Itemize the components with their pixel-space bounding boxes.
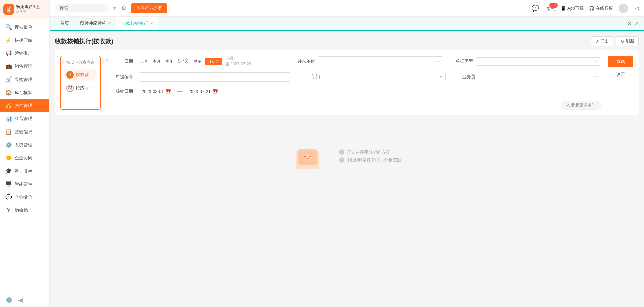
tab-prepay[interactable]: 预付冲应付单 ✕ xyxy=(74,17,116,31)
sidebar-item-operations[interactable]: 📊 经营管理 xyxy=(0,112,49,125)
collapse-sidebar-icon[interactable]: ◀ xyxy=(18,296,23,304)
empty-hint-1-text: 请先选择要分析的方案 xyxy=(346,148,390,156)
date-label: 日期 xyxy=(114,58,133,64)
sidebar-item-hardware[interactable]: 🖥️ 智能硬件 xyxy=(0,177,49,191)
industry-btn[interactable]: 体验行业方案 xyxy=(131,3,167,13)
guide-icon: 🎓 xyxy=(5,168,12,174)
sidebar-item-label: 基础信息 xyxy=(15,129,32,135)
refresh-button[interactable]: ↻ 刷新 xyxy=(616,36,639,46)
last-month-btn[interactable]: 上月 xyxy=(139,58,149,65)
sidebar-item-label: 智能硬件 xyxy=(15,181,32,187)
tab-prepay-label: 预付冲应付单 xyxy=(80,20,106,27)
query-button[interactable]: 查询 xyxy=(608,56,633,67)
sidebar-item-system[interactable]: ⚙️ 系统管理 xyxy=(0,138,49,151)
tab-home[interactable]: 首页 xyxy=(55,17,74,31)
filter-form: 日期 上月 本月 本年 近7天 更多 自定义 不限 至 2023-07-26 xyxy=(114,56,601,110)
sidebar-item-label: 销售管理 xyxy=(15,63,32,69)
writeoff-date-start[interactable]: 2023-03-01 📅 xyxy=(139,87,175,96)
bill-type-chevron-icon: ▾ xyxy=(595,59,597,64)
online-service-btn[interactable]: 🎧 在线客服 xyxy=(589,5,613,11)
sidebar-item-search[interactable]: 🔍 搜索菜单 xyxy=(0,20,49,34)
writeoff-date-end[interactable]: 2023-07-21 📅 xyxy=(185,87,221,96)
app-download-label: App下载 xyxy=(567,5,584,11)
logo-text: 畅捷通好生意 xyxy=(16,4,40,10)
tabbar: 首页 预付冲应付单 ✕ 收款核销执行 ✕ ✕ ⤢ xyxy=(50,17,644,31)
tab-prepay-close-icon[interactable]: ✕ xyxy=(108,21,111,26)
custom-date-btn[interactable]: 自定义 xyxy=(205,58,222,65)
app-download-btn[interactable]: 📱 App下载 xyxy=(560,5,584,11)
tab-collection-close-icon[interactable]: ✕ xyxy=(150,21,153,26)
logo-icon: 🐰 xyxy=(3,4,14,15)
tab-collection[interactable]: 收款核销执行 ✕ xyxy=(116,17,158,31)
writeoff-date-start-icon[interactable]: 📅 xyxy=(166,89,171,94)
collapse-filter-btn[interactable]: « xyxy=(105,57,110,63)
date-to-text: 至 2023-07-26 xyxy=(225,61,251,67)
writeoff-date-end-icon[interactable]: 📅 xyxy=(213,89,218,94)
message-icon: 💬 xyxy=(532,5,539,12)
hardware-icon: 🖥️ xyxy=(5,181,12,187)
sidebar-item-basic[interactable]: 📋 基础信息 xyxy=(0,125,49,138)
employee-label: 业务员 xyxy=(457,74,475,80)
sidebar-item-purchase[interactable]: 🛒 采购管理 xyxy=(0,73,49,86)
topbar: ▾ ⚙ 体验行业方案 💬 99+ 消息 📱 App下载 🎧 在线客服 Rit xyxy=(50,0,644,17)
collapse-conditions-btn[interactable]: ⋀ 收起更多条件 xyxy=(561,101,601,110)
this-month-btn[interactable]: 本月 xyxy=(151,58,162,65)
sidebar-item-vip[interactable]: V 畅会员 xyxy=(0,204,49,216)
sidebar-item-label: 快捷导航 xyxy=(15,37,32,43)
export-button[interactable]: ↗ 导出 xyxy=(591,36,613,46)
last-7-days-btn[interactable]: 近7天 xyxy=(177,58,190,65)
filter-option-collection-label: 按收款 xyxy=(76,72,89,78)
filter-panel: 按以下方案查询 💵 按收款 ⏰ 按应收 « 日期 xyxy=(60,56,633,110)
topbar-search-input[interactable] xyxy=(55,4,109,12)
filter-option-by-receivable[interactable]: ⏰ 按应收 xyxy=(64,82,97,94)
partner-select[interactable]: ··· xyxy=(318,56,443,66)
empty-hint-2: 2 用[过滤]条件来缩小分析范围 xyxy=(339,156,401,164)
system-icon: ⚙️ xyxy=(5,142,12,148)
sidebar-nav: 🔍 搜索菜单 ⚡ 快捷导航 📢 营销推广 💼 销售管理 🛒 采购管理 🏠 库存核… xyxy=(0,19,49,293)
dept-select[interactable]: ▾ xyxy=(323,73,446,81)
topbar-right: 💬 99+ 消息 📱 App下载 🎧 在线客服 Rit xyxy=(532,4,639,13)
bill-type-select[interactable]: ▾ xyxy=(476,57,601,66)
settings-icon[interactable]: ⚙️ xyxy=(5,296,13,304)
bill-type-label: 单据类型 xyxy=(454,58,473,64)
more-date-btn[interactable]: 更多 xyxy=(192,58,203,65)
employee-select[interactable]: ··· xyxy=(478,72,601,82)
partner-ellipsis-icon[interactable]: ··· xyxy=(435,58,439,64)
app-download-icon: 📱 xyxy=(560,6,566,11)
sidebar-item-sales[interactable]: 💼 销售管理 xyxy=(0,60,49,73)
collection-icon: 💵 xyxy=(66,71,74,79)
sidebar-item-label: 企业微信 xyxy=(15,194,32,200)
settings-button[interactable]: 设置 xyxy=(608,70,633,80)
sidebar-item-guide[interactable]: 🎓 新手引导 xyxy=(0,164,49,177)
topbar-gear-icon[interactable]: ⚙ xyxy=(121,5,126,11)
bill-no-input[interactable] xyxy=(139,72,290,82)
inventory-icon: 🏠 xyxy=(5,89,12,96)
empty-hint-2-text: 用[过滤]条件来缩小分析范围 xyxy=(346,156,401,164)
writeoff-date-group: 2023-03-01 📅 — 2023-07-21 📅 xyxy=(139,87,221,96)
filter-row-2: 单据编号 部门 ▾ 业务员 xyxy=(114,72,601,82)
expand-tab-icon[interactable]: ⤢ xyxy=(634,20,639,27)
this-year-btn[interactable]: 本年 xyxy=(164,58,175,65)
avatar[interactable] xyxy=(619,4,628,13)
sidebar-item-cooperation[interactable]: 🤝 企业协同 xyxy=(0,151,49,164)
filter-option-by-collection[interactable]: 💵 按收款 xyxy=(64,69,97,81)
sidebar-item-inventory[interactable]: 🏠 库存核算 xyxy=(0,86,49,99)
close-tab-icon[interactable]: ✕ xyxy=(627,20,632,27)
empty-hint-text: 1 请先选择要分析的方案 2 用[过滤]条件来缩小分析范围 xyxy=(339,148,401,164)
sidebar-item-marketing[interactable]: 📢 营销推广 xyxy=(0,47,49,60)
receivable-icon: ⏰ xyxy=(66,85,74,92)
logo-area: 🐰 畅捷通好生意 标准版 xyxy=(0,0,49,19)
employee-ellipsis-icon[interactable]: ··· xyxy=(593,74,597,80)
basic-icon: 📋 xyxy=(5,129,12,135)
cooperation-icon: 🤝 xyxy=(5,155,12,161)
dropdown-chevron-icon[interactable]: ▾ xyxy=(113,5,116,11)
empty-illustration xyxy=(292,139,326,173)
sidebar-item-wechat[interactable]: 💬 企业微信 xyxy=(0,191,49,204)
sidebar-item-funds[interactable]: 💰 资金管理 xyxy=(0,99,49,112)
tab-home-label: 首页 xyxy=(60,20,69,27)
page-title: 收款核销执行(按收款) xyxy=(55,37,113,45)
messages-btn[interactable]: 💬 99+ 消息 xyxy=(532,5,555,12)
quick-nav-icon: ⚡ xyxy=(5,37,12,43)
filter-sidebar: 按以下方案查询 💵 按收款 ⏰ 按应收 xyxy=(60,56,101,110)
sidebar-item-quick-nav[interactable]: ⚡ 快捷导航 xyxy=(0,34,49,47)
